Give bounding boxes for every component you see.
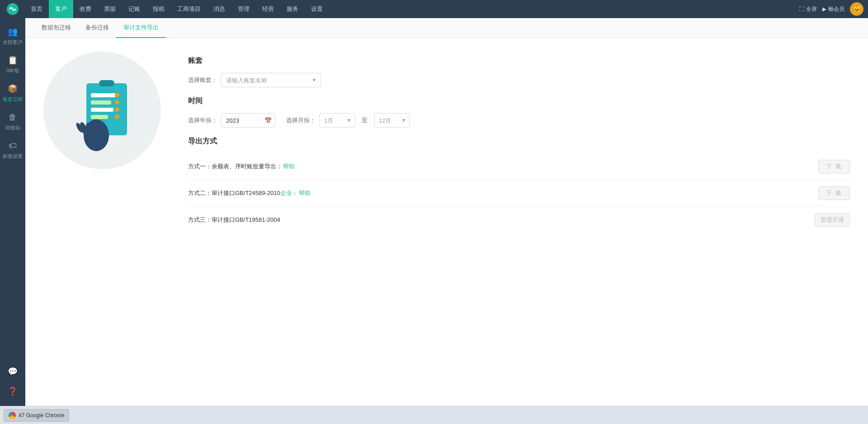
top-nav-item-消息[interactable]: 消息 [207, 0, 231, 18]
tab-审计文件导出[interactable]: 审计文件导出 [116, 18, 166, 38]
top-nav-item-设置[interactable]: 设置 [305, 0, 329, 18]
sidebar-item-账套迁移[interactable]: 📦账套迁移 [0, 79, 25, 107]
tab-bar: 数据包迁移备份迁移审计文件导出 [25, 18, 868, 38]
member-icon: ▶ [822, 6, 826, 12]
form-area: 账套 选择账套： 请输入账套名称 ▼ 时间 选择年份： [188, 52, 850, 233]
member-label: 畅会员 [828, 5, 844, 13]
month-end-select[interactable]: 1月2月3月4月 5月6月7月8月 9月10月11月 12月 [374, 113, 410, 128]
download-button-2[interactable]: 下 载 [818, 186, 850, 200]
0申报-icon: 📋 [7, 55, 18, 66]
year-input-wrapper: 📅 [221, 113, 275, 128]
svg-point-6 [115, 93, 119, 97]
fullscreen-button[interactable]: ⛶ 全屏 [799, 5, 817, 13]
export-method-3: 方式三：审计接口GB/T19581-2004 暂缓开通 [188, 207, 850, 233]
illustration-circle [43, 52, 161, 169]
全部客户-icon: 👥 [7, 26, 18, 37]
top-nav-item-服务[interactable]: 服务 [280, 0, 305, 18]
top-nav: 首页客户收费票据记账报税工商项目消息管理经营服务设置 ⛶ 全屏 ▶ 畅会员 🐱 [0, 0, 868, 18]
time-section-title: 时间 [188, 96, 850, 106]
year-label: 选择年份： [188, 116, 217, 124]
chrome-icon [9, 412, 16, 419]
export-section-title: 导出方式 [188, 137, 850, 146]
user-avatar[interactable]: 🐱 [850, 2, 863, 16]
export-method-2: 方式二：审计接口GB/T24589-2010企业：帮助 下 载 [188, 180, 850, 207]
top-nav-item-工商项目[interactable]: 工商项目 [171, 0, 207, 18]
account-select[interactable]: 请输入账套名称 [221, 73, 321, 87]
export-method-1-label: 方式一：余额表、序时账批量导出：帮助 [188, 162, 295, 171]
账套迁移-icon: 📦 [7, 83, 18, 94]
time-separator: 至 [362, 116, 368, 124]
month-end-wrapper: 1月2月3月4月 5月6月7月8月 9月10月11月 12月 ▼ [374, 113, 410, 128]
app-logo [5, 1, 21, 17]
svg-rect-4 [91, 108, 113, 112]
month-start-select[interactable]: 1月2月3月4月 5月6月7月8月 9月10月11月12月 [319, 113, 355, 128]
left-sidebar: 👥全部客户📋0申报📦账套迁移🗑回收站🏷标签设置 💬 ❓ [0, 18, 25, 406]
help-icon: ❓ [7, 386, 18, 397]
top-nav-item-票据[interactable]: 票据 [98, 0, 122, 18]
time-section-divider: 时间 [188, 96, 850, 106]
svg-point-9 [115, 114, 119, 119]
time-row: 选择年份： 📅 选择月份： 1月2月3月4月 5月6月7月8月 9月10月11月… [188, 113, 850, 128]
sidebar-item-全部客户[interactable]: 👥全部客户 [0, 22, 25, 50]
coming-soon-button[interactable]: 暂缓开通 [815, 213, 850, 227]
export-method-1: 方式一：余额表、序时账批量导出：帮助 下 载 [188, 153, 850, 180]
account-section-title: 账套 [188, 56, 850, 66]
chat-icon: 💬 [7, 366, 18, 377]
sidebar-item-help[interactable]: ❓ [0, 381, 25, 401]
sidebar-item-标签设置[interactable]: 🏷标签设置 [0, 136, 25, 164]
help-link-1[interactable]: 帮助 [283, 163, 295, 170]
download-button-1[interactable]: 下 载 [818, 160, 850, 173]
svg-rect-10 [99, 80, 114, 86]
top-nav-item-记账[interactable]: 记账 [122, 0, 146, 18]
member-button[interactable]: ▶ 畅会员 [822, 5, 844, 13]
chrome-label: 47 Google Chrome [19, 412, 64, 419]
top-nav-items: 首页客户收费票据记账报税工商项目消息管理经营服务设置 [24, 0, 799, 18]
sidebar-bottom: 💬 ❓ [0, 362, 25, 406]
export-method-2-label: 方式二：审计接口GB/T24589-2010企业：帮助 [188, 189, 311, 197]
illustration-svg [64, 65, 141, 156]
tab-备份迁移[interactable]: 备份迁移 [78, 18, 116, 38]
top-nav-item-报税[interactable]: 报税 [146, 0, 171, 18]
回收站-icon: 🗑 [7, 112, 18, 123]
top-nav-item-经营[interactable]: 经营 [256, 0, 280, 18]
top-nav-right: ⛶ 全屏 ▶ 畅会员 🐱 [799, 2, 863, 16]
account-select-wrapper: 请输入账套名称 ▼ [221, 73, 321, 87]
month-label: 选择月份： [286, 116, 316, 124]
fullscreen-label: 全屏 [806, 5, 817, 13]
year-input[interactable] [221, 113, 275, 128]
page-content: 账套 选择账套： 请输入账套名称 ▼ 时间 选择年份： [25, 38, 868, 406]
sidebar-item-0申报[interactable]: 📋0申报 [0, 50, 25, 79]
svg-rect-3 [91, 100, 111, 105]
chrome-taskbar-button[interactable]: 47 Google Chrome [4, 409, 69, 422]
svg-point-8 [115, 107, 119, 112]
sidebar-item-chat[interactable]: 💬 [0, 362, 25, 381]
svg-rect-5 [91, 115, 108, 119]
main-layout: 👥全部客户📋0申报📦账套迁移🗑回收站🏷标签设置 💬 ❓ 数据包迁移备份迁移审计文… [0, 18, 868, 406]
svg-rect-2 [91, 93, 116, 97]
标签设置-icon: 🏷 [7, 140, 18, 151]
account-select-label: 选择账套： [188, 76, 217, 84]
top-nav-item-收费[interactable]: 收费 [73, 0, 98, 18]
taskbar: 47 Google Chrome [0, 406, 868, 424]
content-area: 数据包迁移备份迁移审计文件导出 [25, 18, 868, 406]
export-section-divider: 导出方式 [188, 137, 850, 146]
top-nav-item-首页[interactable]: 首页 [24, 0, 49, 18]
help-link-2[interactable]: 帮助 [299, 190, 311, 196]
fullscreen-icon: ⛶ [799, 6, 804, 12]
illustration-area [43, 52, 161, 169]
account-select-row: 选择账套： 请输入账套名称 ▼ [188, 73, 850, 87]
month-start-wrapper: 1月2月3月4月 5月6月7月8月 9月10月11月12月 ▼ [319, 113, 355, 128]
tab-数据包迁移[interactable]: 数据包迁移 [34, 18, 78, 38]
svg-point-7 [115, 100, 119, 105]
export-method-3-label: 方式三：审计接口GB/T19581-2004 [188, 216, 280, 224]
sidebar-item-回收站[interactable]: 🗑回收站 [0, 107, 25, 136]
top-nav-item-管理[interactable]: 管理 [231, 0, 256, 18]
top-nav-item-客户[interactable]: 客户 [49, 0, 73, 18]
